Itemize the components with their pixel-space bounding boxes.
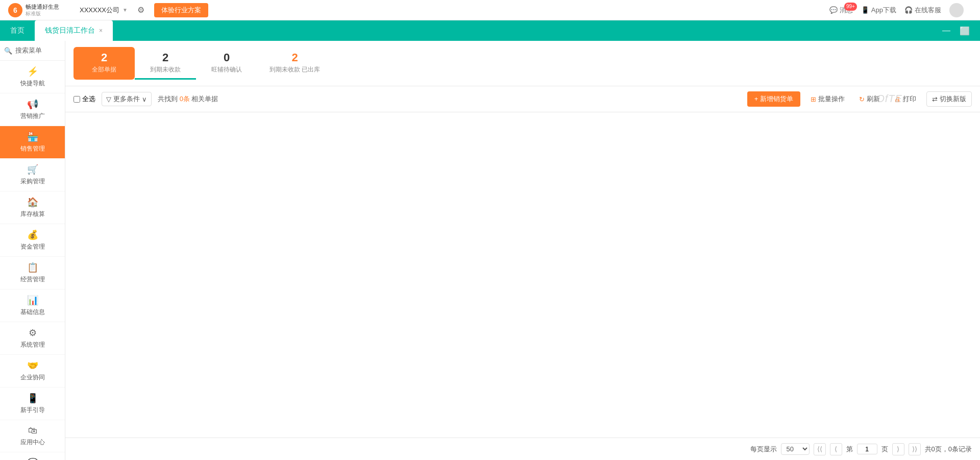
result-text: 共找到 0条 相关单据: [158, 94, 218, 104]
sidebar-label-system: 系统管理: [20, 341, 45, 349]
per-page-select[interactable]: 50 100 200: [781, 443, 810, 455]
sidebar-label-appstore: 应用中心: [20, 438, 45, 447]
sidebar-item-marketing[interactable]: 📢 营销推广: [0, 93, 65, 126]
stat-card-shipped[interactable]: 2 到期未收款 已出库: [257, 47, 332, 80]
switch-icon: ⇄: [932, 95, 938, 103]
filter-icon: ▽: [106, 95, 111, 103]
refresh-icon: ↻: [859, 95, 865, 103]
sidebar-item-wechat[interactable]: 💬 企业微信: [0, 452, 65, 460]
batch-operation-button[interactable]: ⊞ 批量操作: [806, 92, 849, 106]
sidebar-item-system[interactable]: ⚙ 系统管理: [0, 322, 65, 355]
maximize-icon[interactable]: ⬜: [958, 23, 972, 38]
batch-label: 批量操作: [818, 94, 845, 104]
message-badge: 99+: [844, 3, 857, 11]
inventory-icon: 🏠: [27, 197, 38, 208]
sidebar-item-operations[interactable]: 📋 经营管理: [0, 257, 65, 289]
search-label: 搜索菜单: [15, 46, 42, 55]
close-tab-icon[interactable]: ×: [99, 27, 103, 34]
stat-label-overdue: 到期未收款: [150, 65, 181, 74]
page-number-input[interactable]: [857, 444, 877, 454]
pagination-bar: 每页显示 50 100 200 ⟨⟨ ⟨ 第 页 ⟩ ⟩⟩ 共0页，0条记录: [65, 438, 980, 460]
settings-icon[interactable]: ⚙: [134, 3, 148, 17]
marketing-icon: 📢: [27, 99, 38, 110]
per-page-label: 每页显示: [750, 445, 777, 454]
sidebar-label-finance: 资金管理: [20, 243, 45, 251]
batch-icon: ⊞: [811, 95, 816, 103]
logo-icon: 6: [8, 3, 22, 17]
sidebar-label-operations: 经营管理: [20, 275, 45, 284]
sidebar-label-guide: 新手引导: [20, 406, 45, 415]
tab-active[interactable]: 钱货日清工作台 ×: [35, 20, 113, 41]
sidebar-item-inventory[interactable]: 🏠 库存核算: [0, 191, 65, 224]
app-download-action[interactable]: 📱 App下载: [861, 6, 896, 15]
minimize-icon[interactable]: —: [939, 23, 953, 38]
refresh-button[interactable]: ↻ 刷新: [855, 92, 884, 106]
page-suffix: 页: [881, 445, 888, 454]
avatar[interactable]: [949, 3, 964, 17]
message-action[interactable]: 💬 消息 99+: [829, 6, 853, 15]
sidebar-item-shortcut[interactable]: ⚡ 快捷导航: [0, 61, 65, 93]
stat-label-all: 全部单据: [92, 65, 116, 74]
stat-num-pending: 0: [224, 51, 230, 64]
system-icon: ⚙: [29, 327, 37, 338]
stat-num-shipped: 2: [292, 51, 298, 64]
add-sales-order-button[interactable]: + 新增销货单: [747, 91, 800, 107]
base-icon: 📊: [27, 295, 38, 306]
sidebar-item-appstore[interactable]: 🛍 应用中心: [0, 420, 65, 452]
filter-button[interactable]: ▽ 更多条件 ∨: [102, 92, 152, 106]
stat-card-pending[interactable]: 0 旺辅待确认: [196, 47, 257, 80]
app-name: 畅捷通好生意: [26, 3, 59, 10]
select-all-label: 全选: [82, 94, 95, 104]
headset-icon: 🎧: [904, 6, 913, 14]
result-suffix: 相关单据: [191, 95, 218, 103]
guide-icon: 📱: [27, 393, 38, 404]
nav-tabs: 首页 钱货日清工作台 × — ⬜: [0, 20, 980, 41]
online-service-action[interactable]: 🎧 在线客服: [904, 6, 941, 15]
app-download-icon: 📱: [861, 6, 869, 14]
sidebar-items-container: ⚡ 快捷导航 📢 营销推广 🏪 销售管理 🛒 采购管理 🏠 库存核算 💰 资金管…: [0, 61, 65, 460]
message-icon: 💬: [829, 6, 838, 14]
sidebar-item-purchase[interactable]: 🛒 采购管理: [0, 159, 65, 191]
print-label: 打印: [903, 94, 916, 104]
sidebar-label-cooperation: 企业协同: [20, 373, 45, 382]
page-label: 第: [846, 445, 853, 454]
online-service-label: 在线客服: [915, 6, 941, 15]
switch-version-button[interactable]: ⇄ 切换新版: [926, 91, 972, 107]
stat-card-all[interactable]: 2 全部单据: [74, 47, 135, 80]
logo-text: 畅捷通好生意 标准版: [26, 3, 59, 17]
sidebar-item-guide[interactable]: 📱 新手引导: [0, 388, 65, 420]
prev-page-button[interactable]: ⟨: [830, 443, 842, 455]
shortcut-icon: ⚡: [27, 66, 38, 77]
sidebar-label-purchase: 采购管理: [20, 177, 45, 186]
filter-label: 更多条件: [113, 94, 140, 104]
nav-tab-actions: — ⬜: [939, 23, 980, 38]
sidebar: 🔍 搜索菜单 ⚡ 快捷导航 📢 营销推广 🏪 销售管理 🛒 采购管理 🏠 库存核…: [0, 41, 65, 460]
print-icon: 🖨: [894, 95, 901, 103]
home-tab-label: 首页: [10, 26, 24, 35]
trial-button[interactable]: 体验行业方案: [154, 3, 208, 17]
sidebar-search[interactable]: 🔍 搜索菜单: [0, 41, 65, 61]
first-page-button[interactable]: ⟨⟨: [814, 443, 826, 455]
next-page-button[interactable]: ⟩: [892, 443, 904, 455]
stat-card-overdue[interactable]: 2 到期未收款: [135, 47, 196, 80]
sidebar-item-cooperation[interactable]: 🤝 企业协同: [0, 355, 65, 388]
select-all-checkbox[interactable]: 全选: [74, 94, 95, 104]
company-selector[interactable]: XXXXXX公司 ▼: [80, 6, 128, 15]
search-icon: 🔍: [4, 47, 12, 55]
sidebar-item-base[interactable]: 📊 基础信息: [0, 289, 65, 322]
print-button[interactable]: 🖨 打印: [890, 92, 920, 106]
toolbar: 全选 ▽ 更多条件 ∨ 共找到 0条 相关单据 + 新增销货单 ⊞ 批量操作 ↻: [65, 86, 980, 112]
appstore-icon: 🛍: [28, 425, 37, 436]
tab-home[interactable]: 首页: [0, 20, 35, 41]
finance-icon: 💰: [27, 229, 38, 240]
stat-num-all: 2: [101, 51, 107, 64]
app-download-label: App下载: [871, 6, 896, 15]
sidebar-label-shortcut: 快捷导航: [20, 79, 45, 88]
sidebar-item-finance[interactable]: 💰 资金管理: [0, 224, 65, 257]
company-name: XXXXXX公司: [80, 6, 119, 15]
checkbox-input[interactable]: [74, 96, 80, 103]
table-area: [65, 112, 980, 438]
sidebar-item-sales[interactable]: 🏪 销售管理: [0, 126, 65, 159]
chevron-down-icon: ▼: [122, 7, 128, 13]
last-page-button[interactable]: ⟩⟩: [909, 443, 921, 455]
